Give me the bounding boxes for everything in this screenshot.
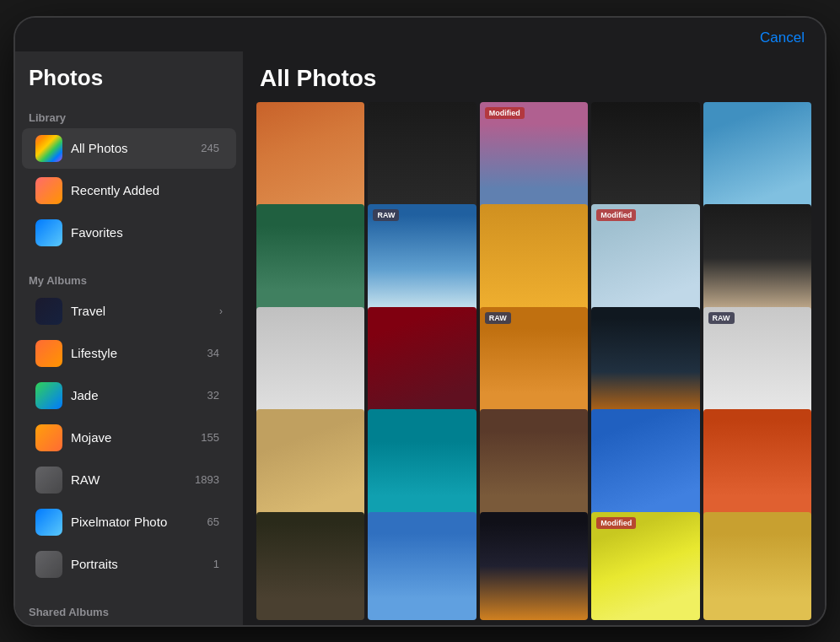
photo-cell-14[interactable] (591, 307, 699, 415)
photo-cell-7[interactable]: RAW (368, 204, 476, 312)
sidebar-item-pixelmator[interactable]: Pixelmator Photo 65 (22, 502, 236, 542)
photo-cell-20[interactable] (703, 409, 811, 517)
main-content: All Photos ModifiedRAWModifiedRAWRAWModi… (243, 51, 825, 625)
travel-label: Travel (71, 304, 219, 318)
photo-cell-24[interactable]: Modified (591, 512, 699, 620)
pixelmator-count: 65 (207, 515, 219, 528)
photo-cell-25[interactable] (703, 512, 811, 620)
sidebar-item-portraits[interactable]: Portraits 1 (22, 544, 236, 585)
sidebar-item-raw[interactable]: RAW 1893 (22, 460, 236, 500)
portraits-label: Portraits (71, 557, 213, 571)
photo-cell-16[interactable] (256, 409, 364, 517)
photo-cell-10[interactable] (703, 204, 811, 312)
cancel-button[interactable]: Cancel (760, 30, 805, 46)
raw-icon (35, 467, 62, 494)
favorites-icon (35, 219, 62, 246)
photo-cell-8[interactable] (480, 204, 588, 312)
mojave-count: 155 (201, 431, 219, 444)
photo-cell-12[interactable] (368, 307, 476, 415)
sidebar-item-family[interactable]: Family 34 (22, 623, 236, 625)
favorites-label: Favorites (71, 225, 223, 240)
photos-grid: ModifiedRAWModifiedRAWRAWModified (243, 102, 825, 625)
chevron-icon: › (219, 305, 223, 317)
travel-icon (35, 298, 62, 325)
photo-cell-15[interactable]: RAW (703, 307, 811, 415)
photo-cell-6[interactable] (256, 204, 364, 312)
sidebar-item-mojave[interactable]: Mojave 155 (22, 418, 236, 458)
pixelmator-icon (35, 509, 62, 536)
recently-added-label: Recently Added (71, 183, 223, 197)
photo-cell-18[interactable] (480, 409, 588, 517)
main-header: All Photos (243, 51, 825, 102)
mojave-label: Mojave (71, 430, 201, 445)
all-photos-label: All Photos (71, 141, 201, 155)
sidebar-item-favorites[interactable]: Favorites (22, 213, 236, 253)
my-albums-section-header: My Albums (15, 267, 243, 290)
jade-count: 32 (207, 389, 219, 402)
recently-added-icon (35, 177, 62, 204)
lifestyle-label: Lifestyle (71, 346, 207, 360)
photo-cell-11[interactable] (256, 307, 364, 415)
lifestyle-count: 34 (207, 347, 219, 359)
sidebar-item-recently-added[interactable]: Recently Added (22, 170, 236, 211)
pixelmator-label: Pixelmator Photo (71, 515, 207, 529)
mojave-icon (35, 424, 62, 451)
jade-label: Jade (71, 388, 207, 402)
top-bar: Cancel (15, 18, 825, 51)
portraits-icon (35, 551, 62, 578)
app-container: Photos Library All Photos 245 Recently A… (15, 51, 825, 625)
photo-cell-21[interactable] (256, 512, 364, 620)
photo-cell-1[interactable] (256, 102, 364, 210)
all-photos-count: 245 (201, 142, 219, 154)
photo-cell-3[interactable]: Modified (480, 102, 588, 210)
photo-cell-13[interactable]: RAW (480, 307, 588, 415)
sidebar-item-jade[interactable]: Jade 32 (22, 375, 236, 416)
photo-cell-23[interactable] (480, 512, 588, 620)
raw-count: 1893 (195, 473, 219, 486)
jade-icon (35, 382, 62, 409)
photo-cell-9[interactable]: Modified (591, 204, 699, 312)
library-section-header: Library (15, 105, 243, 127)
shared-albums-section-header: Shared Albums (15, 599, 243, 622)
app-window: Cancel Photos Library All Photos 245 Rec… (15, 18, 825, 625)
sidebar: Photos Library All Photos 245 Recently A… (15, 51, 243, 625)
photo-cell-2[interactable] (368, 102, 476, 210)
lifestyle-icon (35, 340, 62, 367)
sidebar-item-lifestyle[interactable]: Lifestyle 34 (22, 333, 236, 374)
app-title: Photos (15, 65, 243, 105)
photo-cell-4[interactable] (591, 102, 699, 210)
all-photos-icon (35, 135, 62, 162)
main-title: All Photos (260, 65, 808, 92)
photo-cell-17[interactable] (368, 409, 476, 517)
portraits-count: 1 (213, 558, 219, 570)
photo-cell-5[interactable] (703, 102, 811, 210)
sidebar-item-travel[interactable]: Travel › (22, 291, 236, 332)
sidebar-item-all-photos[interactable]: All Photos 245 (22, 128, 236, 169)
raw-label: RAW (71, 472, 195, 487)
photo-cell-22[interactable] (368, 512, 476, 620)
photo-cell-19[interactable] (591, 409, 699, 517)
